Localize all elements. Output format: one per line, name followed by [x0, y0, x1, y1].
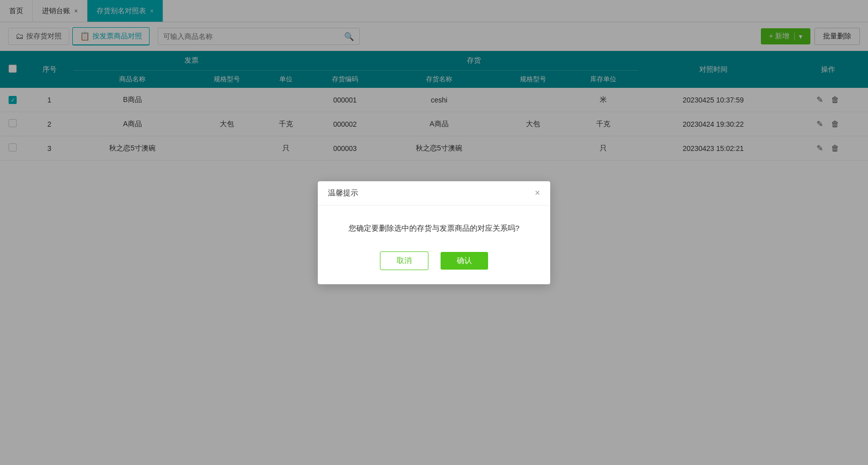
modal-close-button[interactable]: ×: [535, 188, 540, 197]
modal-message: 您确定要删除选中的存货与发票商品的对应关系吗?: [349, 224, 519, 232]
modal-body: 您确定要删除选中的存货与发票商品的对应关系吗?: [318, 205, 550, 247]
modal-confirm-button[interactable]: 确认: [441, 252, 488, 270]
modal-title: 温馨提示: [328, 188, 358, 198]
modal-cancel-button[interactable]: 取消: [380, 251, 428, 270]
modal-dialog: 温馨提示 × 您确定要删除选中的存货与发票商品的对应关系吗? 取消 确认: [318, 181, 550, 284]
modal-footer: 取消 确认: [318, 247, 550, 284]
modal-header: 温馨提示 ×: [318, 181, 550, 205]
modal-overlay: 温馨提示 × 您确定要删除选中的存货与发票商品的对应关系吗? 取消 确认: [0, 0, 868, 465]
